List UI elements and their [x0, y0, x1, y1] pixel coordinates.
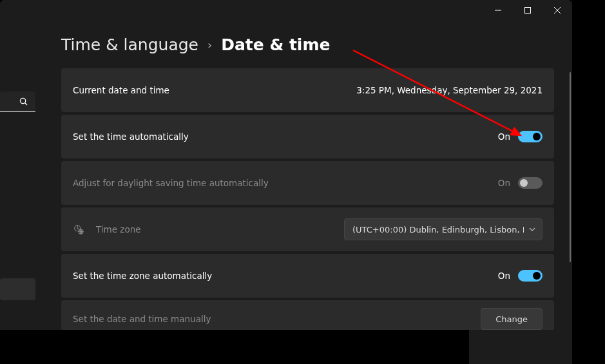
- adjust-dst-toggle[interactable]: [518, 177, 543, 189]
- page-content: Time & language › Date & time Current da…: [61, 35, 554, 364]
- svg-line-5: [25, 102, 27, 104]
- svg-point-4: [20, 98, 25, 103]
- row-label: Set the time automatically: [73, 131, 189, 142]
- search-icon: [19, 97, 28, 106]
- breadcrumb-current: Date & time: [221, 35, 330, 54]
- breadcrumb-parent[interactable]: Time & language: [61, 35, 198, 54]
- close-icon: [554, 7, 561, 14]
- maximize-icon: [524, 7, 531, 14]
- row-label: Adjust for daylight saving time automati…: [73, 178, 269, 188]
- row-label: Current date and time: [73, 85, 169, 95]
- timezone-select[interactable]: (UTC+00:00) Dublin, Edinburgh, Lisbon, L…: [344, 218, 543, 240]
- close-button[interactable]: [543, 0, 572, 21]
- row-current-datetime: Current date and time 3:25 PM, Wednesday…: [61, 68, 554, 112]
- breadcrumb: Time & language › Date & time: [61, 35, 554, 54]
- row-set-time-automatically: Set the time automatically On: [61, 115, 554, 158]
- toggle-state-label: On: [498, 178, 510, 188]
- globe-clock-icon: [73, 224, 84, 235]
- row-label: Set the time zone automatically: [73, 271, 212, 281]
- titlebar: [0, 0, 572, 21]
- current-datetime-value: 3:25 PM, Wednesday, September 29, 2021: [356, 85, 543, 95]
- toggle-state-label: On: [498, 131, 510, 142]
- sidebar-item-selected[interactable]: [0, 278, 35, 300]
- row-set-timezone-automatically: Set the time zone automatically On: [61, 254, 554, 298]
- row-label: Set the date and time manually: [73, 314, 211, 324]
- change-datetime-button[interactable]: Change: [481, 308, 543, 330]
- set-timezone-automatically-toggle[interactable]: [518, 270, 543, 282]
- row-timezone: Time zone (UTC+00:00) Dublin, Edinburgh,…: [61, 207, 554, 251]
- row-adjust-dst: Adjust for daylight saving time automati…: [61, 161, 554, 205]
- chevron-right-icon: ›: [207, 38, 212, 52]
- timezone-selected-value: (UTC+00:00) Dublin, Edinburgh, Lisbon, L…: [352, 225, 524, 235]
- set-time-automatically-toggle[interactable]: [518, 131, 543, 142]
- minimize-button[interactable]: [483, 0, 513, 21]
- svg-rect-1: [525, 8, 531, 14]
- row-label: Time zone: [96, 224, 141, 235]
- settings-window: Time & language › Date & time Current da…: [0, 0, 572, 364]
- toggle-state-label: On: [498, 271, 510, 281]
- scrollbar-thumb[interactable]: [570, 72, 571, 262]
- chevron-down-icon: [529, 226, 535, 233]
- search-input[interactable]: [0, 91, 35, 112]
- settings-list: Current date and time 3:25 PM, Wednesday…: [61, 68, 554, 338]
- minimize-icon: [495, 7, 501, 14]
- maximize-button[interactable]: [513, 0, 543, 21]
